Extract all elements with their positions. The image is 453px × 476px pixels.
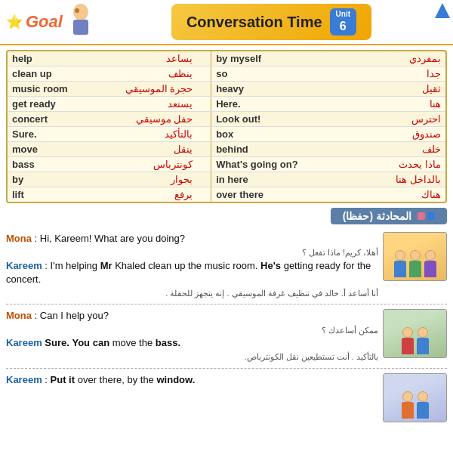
- vocab-ar-left: بجوار: [97, 172, 197, 187]
- conv-text-area: Mona : Hi, Kareem! What are you doing?أه…: [6, 232, 378, 299]
- vocab-ar-left: يستعد: [97, 97, 197, 112]
- conv-arabic-text: أنا أساعد أ. خالد في تنظيف غرفة الموسيقي…: [6, 288, 378, 299]
- dot-blue-icon: [427, 212, 435, 220]
- vocab-ar-right: بالداخل هنا: [345, 172, 445, 187]
- vocab-en-right: so: [211, 66, 345, 82]
- table-row: move ينقل behind خلف: [8, 142, 445, 157]
- vocab-divider: [197, 97, 211, 112]
- table-row: lift يرفع over there هناك: [8, 187, 445, 202]
- vocab-ar-left: حجرة الموسيقي: [97, 82, 197, 97]
- vocab-en-right: What's going on?: [211, 157, 345, 172]
- dot-pink-icon: [418, 212, 425, 220]
- conversation-header: المحادثة (حفظا): [6, 208, 447, 224]
- vocab-en-left: help: [8, 51, 97, 66]
- conversation-block: Kareem : Put it over there, by the windo…: [6, 369, 447, 427]
- conv-title-area: Conversation Time Unit 6: [96, 4, 447, 39]
- colon: :: [45, 374, 50, 385]
- svg-point-2: [75, 8, 79, 13]
- person-head-icon: [418, 391, 428, 402]
- conv-line: Kareem : I'm helping Mr Khaled clean up …: [6, 259, 378, 286]
- person-figure: [424, 250, 436, 277]
- conv-text: Hi, Kareem! What are you doing?: [40, 233, 185, 244]
- colon: :: [35, 310, 40, 321]
- table-row: clean up ينظف so جدا: [8, 66, 445, 82]
- conv-text-area: Mona : Can I help you?ممكن أساعدك ؟ Kare…: [6, 309, 378, 363]
- conv-arabic-text: أهلا، كريم! ماذا تفعل ؟: [6, 247, 378, 258]
- vocab-divider: [197, 157, 211, 172]
- vocab-en-right: heavy: [211, 82, 345, 97]
- colon: :: [35, 233, 40, 244]
- vocab-en-left: bass: [8, 157, 97, 172]
- person-head-icon: [410, 250, 421, 261]
- figure-group: [399, 310, 432, 357]
- logo-text: Goal: [26, 12, 63, 32]
- conv-arabic-text: بالتأكيد . أنت تستطيعين نقل الكونترباص.: [6, 351, 378, 363]
- vocab-en-left: clean up: [8, 66, 97, 82]
- speaker-name: Mona: [6, 310, 32, 321]
- figure-group: [399, 374, 432, 422]
- vocab-ar-left: يرفع: [97, 187, 197, 202]
- person-figure: [417, 391, 429, 419]
- table-row: by بجوار in here بالداخل هنا: [8, 172, 445, 187]
- table-row: music room حجرة الموسيقي heavy ثقيل: [8, 82, 445, 97]
- person-body-icon: [409, 261, 421, 277]
- vocab-ar-left: بالتأكيد: [97, 127, 197, 142]
- figure-group: [391, 233, 439, 280]
- conv-line: Mona : Can I help you?: [6, 309, 378, 323]
- svg-marker-3: [435, 3, 450, 18]
- vocab-ar-left: ينظف: [97, 66, 197, 82]
- table-row: get ready يستعد Here. هنا: [8, 97, 445, 112]
- vocab-ar-left: حفل موسيقي: [97, 112, 197, 127]
- vocab-divider: [197, 187, 211, 202]
- vocabulary-table: help يساعد by myself بمفردي clean up ينظ…: [8, 51, 445, 202]
- conv-text: Put it over there, by the window.: [51, 374, 196, 385]
- person-head-icon: [395, 250, 405, 261]
- svg-rect-1: [73, 20, 88, 35]
- speaker-name: Mona: [6, 233, 32, 244]
- vocab-en-left: Sure.: [8, 127, 97, 142]
- vocab-ar-right: جدا: [345, 66, 445, 82]
- person-body-icon: [417, 402, 429, 419]
- unit-number: 6: [340, 19, 347, 33]
- triangle-decoration-icon: [435, 3, 450, 18]
- conv-text: I'm helping Mr Khaled clean up the music…: [6, 260, 371, 285]
- page-header: ⭐ Goal Conversation Time Unit 6: [0, 0, 453, 45]
- person-body-icon: [424, 261, 436, 277]
- person-figure: [402, 391, 414, 419]
- vocab-en-right: in here: [211, 172, 345, 187]
- vocab-en-right: box: [211, 127, 345, 142]
- speaker-name: Kareem: [6, 260, 42, 271]
- conv-line: Mona : Hi, Kareem! What are you doing?: [6, 232, 378, 246]
- vocab-ar-right: صندوق: [345, 127, 445, 142]
- vocab-divider: [197, 82, 211, 97]
- conversation-header-box: المحادثة (حفظا): [331, 208, 447, 224]
- conv-title-text: Conversation Time: [186, 14, 322, 31]
- vocab-en-right: over there: [211, 187, 345, 202]
- person-figure: [417, 327, 429, 354]
- speaker-name: Kareem: [6, 374, 42, 385]
- table-row: concert حفل موسيقي Look out! احترس: [8, 112, 445, 127]
- person-body-icon: [394, 261, 406, 277]
- vocab-divider: [197, 127, 211, 142]
- conversation-illustration: [383, 232, 447, 281]
- colon: :: [45, 260, 50, 271]
- logo-area: ⭐ Goal: [6, 3, 96, 41]
- person-head-icon: [418, 327, 428, 338]
- vocab-ar-right: ماذا يحدث: [345, 157, 445, 172]
- conversation-block: Mona : Hi, Kareem! What are you doing?أه…: [6, 227, 447, 304]
- conv-text: Can I help you?: [40, 310, 109, 321]
- vocab-ar-right: بمفردي: [345, 51, 445, 66]
- speaker-name: Kareem: [6, 337, 42, 348]
- vocabulary-section: help يساعد by myself بمفردي clean up ينظ…: [6, 50, 447, 203]
- conversation-block: Mona : Can I help you?ممكن أساعدك ؟ Kare…: [6, 304, 447, 368]
- vocab-divider: [197, 172, 211, 187]
- vocab-divider: [197, 142, 211, 157]
- vocab-en-right: Look out!: [211, 112, 345, 127]
- conversation-illustration: [383, 309, 447, 358]
- conv-title-banner: Conversation Time Unit 6: [171, 4, 371, 39]
- vocab-ar-right: هنا: [345, 97, 445, 112]
- person-figure: [409, 250, 421, 277]
- person-head-icon: [402, 327, 413, 338]
- person-body-icon: [417, 338, 429, 354]
- person-figure: [402, 327, 414, 354]
